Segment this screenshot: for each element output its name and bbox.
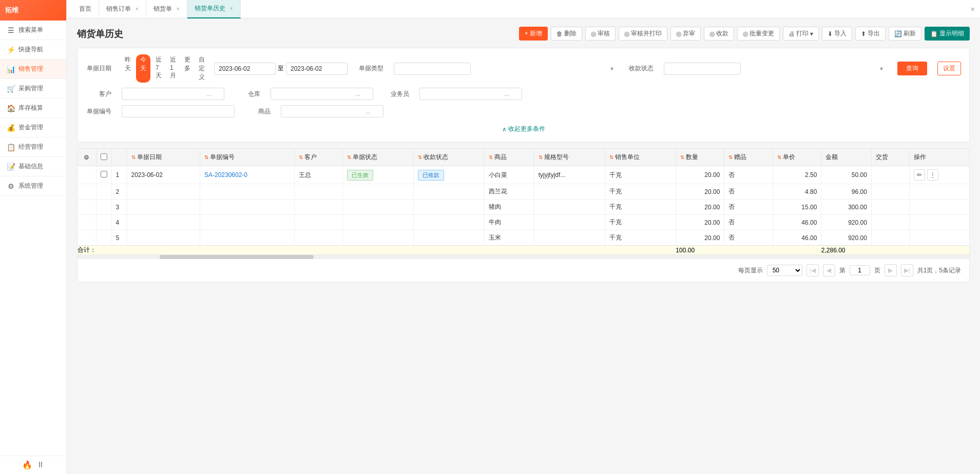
tab-sales-goods[interactable]: 销货单 × — [146, 0, 187, 18]
sidebar-bottom-icon1[interactable]: 🔥 — [22, 460, 32, 470]
sidebar-bottom-icon2[interactable]: ⏸ — [36, 460, 45, 470]
sidebar-item-stock-calc[interactable]: 🏠 库存核算 — [0, 98, 66, 118]
row-qty: 20.00 — [676, 184, 724, 200]
row-checkbox-cell[interactable] — [96, 184, 111, 200]
date-tab-more[interactable]: 更多 — [181, 54, 194, 83]
prev-page-button[interactable]: ◀ — [823, 264, 835, 276]
th-price[interactable]: ⇅单价 — [773, 149, 821, 166]
row-no-cell: 4 — [111, 215, 127, 230]
date-tab-yesterday[interactable]: 昨天 — [122, 54, 134, 83]
table-header-row: ⚙ ⇅单据日期 ⇅单据编号 ⇅客户 ⇅单据状态 — [78, 149, 969, 166]
collapse-button[interactable]: ∧ 收起更多条件 — [502, 123, 545, 135]
date-tab-7days[interactable]: 近7天 — [152, 54, 165, 83]
show-detail-button[interactable]: 📋 显示明细 — [925, 27, 970, 41]
th-doc-no[interactable]: ⇅单据编号 — [200, 149, 294, 166]
tab-sales-order-close[interactable]: × — [136, 6, 139, 12]
sidebar-item-system-mgmt[interactable]: ⚙ 系统管理 — [0, 176, 66, 196]
sidebar-item-sales-mgmt[interactable]: 📊 销售管理 — [0, 60, 66, 79]
collect-status-select[interactable] — [664, 63, 741, 75]
row-doc-no: SA-20230602-0 — [200, 166, 294, 184]
th-qty[interactable]: ⇅数量 — [676, 149, 724, 166]
th-doc-status[interactable]: ⇅单据状态 — [343, 149, 414, 166]
tab-sales-history-close[interactable]: × — [230, 6, 233, 11]
edit-action-button[interactable]: ✏ — [914, 169, 925, 181]
agent-input[interactable]: ... — [419, 88, 522, 100]
row-checkbox[interactable] — [101, 171, 107, 177]
import-button[interactable]: ⬇ 导入 — [822, 27, 852, 41]
date-tab-custom[interactable]: 自定义 — [196, 54, 208, 83]
collect-button[interactable]: ◎ 收款 — [704, 27, 734, 41]
doc-no-link[interactable]: SA-20230602-0 — [204, 171, 247, 179]
date-end-input[interactable] — [286, 63, 348, 75]
row-trade — [871, 230, 910, 246]
discard-button[interactable]: ◎ 弃审 — [670, 27, 701, 41]
row-actions — [910, 215, 969, 230]
sidebar-item-basic-info[interactable]: 📝 基础信息 — [0, 157, 66, 176]
row-doc-no — [200, 184, 294, 200]
doc-type-select[interactable] — [394, 63, 471, 75]
query-button[interactable]: 查询 — [897, 62, 927, 75]
row-unit: 千克 — [605, 230, 676, 246]
tab-sales-goods-close[interactable]: × — [177, 6, 180, 12]
doc-no-input[interactable] — [122, 105, 235, 117]
row-checkbox-cell[interactable] — [96, 200, 111, 215]
date-tab-1month[interactable]: 近1月 — [167, 54, 179, 83]
summary-empty2 — [200, 246, 294, 255]
row-checkbox-cell[interactable] — [96, 230, 111, 246]
batch-change-button[interactable]: ◎ 批量变更 — [737, 27, 780, 41]
sort-spec-icon: ⇅ — [539, 154, 543, 160]
sidebar-item-operations-mgmt[interactable]: 📋 经营管理 — [0, 137, 66, 157]
th-collect-status[interactable]: ⇅收款状态 — [414, 149, 485, 166]
page-number-input[interactable] — [850, 265, 870, 275]
th-checkbox[interactable] — [96, 149, 111, 166]
data-table-container: ⚙ ⇅单据日期 ⇅单据编号 ⇅客户 ⇅单据状态 — [77, 148, 970, 282]
row-unit: 千克 — [605, 166, 676, 184]
th-gift[interactable]: ⇅赠品 — [724, 149, 773, 166]
more-action-button[interactable]: ⋮ — [927, 169, 938, 181]
warehouse-input[interactable]: ... — [271, 88, 373, 100]
batch-change-icon: ◎ — [743, 30, 748, 37]
review-button[interactable]: ◎ 审核 — [585, 27, 616, 41]
operations-mgmt-icon: 📋 — [6, 143, 15, 151]
sidebar-item-label: 快捷导航 — [18, 45, 43, 54]
window-close-button[interactable]: × — [971, 5, 975, 13]
select-all-checkbox[interactable] — [101, 153, 107, 160]
horizontal-scrollbar[interactable] — [78, 254, 969, 259]
date-start-input[interactable] — [214, 63, 276, 75]
export-button[interactable]: ⬆ 导出 — [855, 27, 886, 41]
review-print-button[interactable]: ◎ 审核并打印 — [619, 27, 667, 41]
page-header: 销货单历史 + 新增 🗑 删除 ◎ 审核 ◎ 审核并打印 ◎ 弃审 — [77, 27, 970, 41]
customer-input[interactable]: ... — [122, 88, 224, 100]
th-goods[interactable]: ⇅商品 — [485, 149, 534, 166]
th-customer[interactable]: ⇅客户 — [294, 149, 342, 166]
first-page-button[interactable]: |◀ — [806, 264, 819, 276]
settings-button[interactable]: 设置 — [937, 62, 961, 75]
tab-sales-order[interactable]: 销售订单 × — [99, 0, 146, 18]
row-checkbox-cell[interactable] — [96, 215, 111, 230]
tab-home[interactable]: 首页 — [72, 0, 99, 18]
row-checkbox-cell[interactable] — [96, 166, 111, 184]
th-unit[interactable]: ⇅销售单位 — [605, 149, 676, 166]
sidebar-item-fund-mgmt[interactable]: 💰 资金管理 — [0, 118, 66, 137]
next-page-button[interactable]: ▶ — [885, 264, 897, 276]
refresh-button[interactable]: 🔄 刷新 — [889, 27, 921, 41]
tab-sales-history[interactable]: 销货单历史 × — [187, 0, 241, 18]
sidebar-item-quick-nav[interactable]: ⚡ 快捷导航 — [0, 40, 66, 60]
delete-button[interactable]: 🗑 删除 — [551, 27, 582, 41]
scrollbar-thumb[interactable] — [160, 255, 314, 259]
review-print-icon: ◎ — [624, 30, 629, 37]
sidebar-item-search-menu[interactable]: ☰ 搜索菜单 — [0, 21, 66, 40]
new-button[interactable]: + 新增 — [519, 27, 548, 41]
row-gift: 否 — [724, 230, 773, 246]
th-doc-date[interactable]: ⇅单据日期 — [127, 149, 200, 166]
th-trade: 交货 — [871, 149, 910, 166]
per-page-select[interactable]: 50 100 200 — [767, 265, 802, 276]
refresh-icon: 🔄 — [894, 30, 902, 37]
goods-input[interactable]: ... — [281, 105, 383, 117]
date-tab-today[interactable]: 今天 — [136, 54, 150, 83]
last-page-button[interactable]: ▶| — [901, 264, 913, 276]
th-settings[interactable]: ⚙ — [78, 149, 96, 166]
th-spec[interactable]: ⇅规格型号 — [534, 149, 605, 166]
sidebar-item-purchase-mgmt[interactable]: 🛒 采购管理 — [0, 79, 66, 98]
print-button[interactable]: 🖨 打印 ▾ — [783, 27, 819, 41]
